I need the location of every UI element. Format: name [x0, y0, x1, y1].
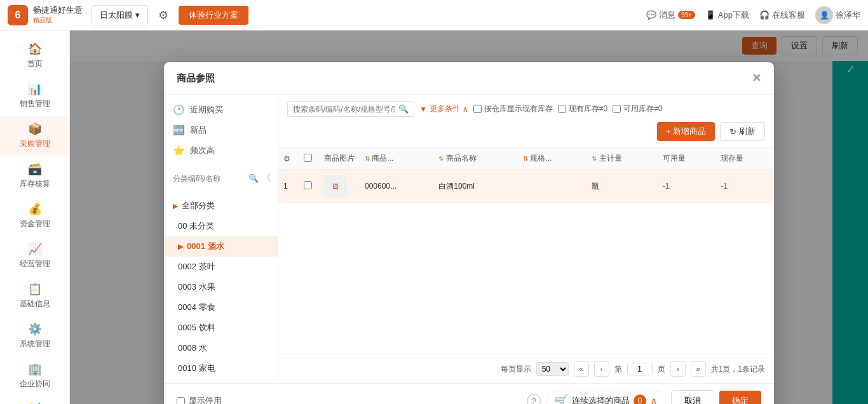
cart-area: 🛒 连续选择的商品 0 ∧	[546, 391, 666, 404]
td-unit: 瓶	[587, 170, 658, 203]
headset-icon: 🎧	[759, 10, 770, 20]
category-search-wrap: 🔍	[170, 171, 261, 185]
search-icon[interactable]: 🔍	[398, 104, 409, 114]
cancel-btn[interactable]: 取消	[671, 390, 714, 404]
refresh-btn[interactable]: ↻ 刷新	[720, 122, 765, 141]
th-code[interactable]: ⇅ 商品...	[360, 148, 433, 170]
modal-body: 🕐 近期购买 🆕 新品 ⭐ 频次高	[164, 95, 774, 383]
cart-count: 0	[634, 394, 646, 404]
sidebar-item-operations[interactable]: 📈 经营管理	[0, 236, 69, 276]
td-checkbox	[299, 170, 319, 203]
category-appliance[interactable]: 0010 家电	[164, 358, 278, 379]
category-all[interactable]: ▶ 全部分类	[164, 196, 278, 216]
filter-icon: ▼	[419, 105, 427, 114]
checkbox-usable-label[interactable]: 可用库存≠0	[613, 104, 662, 114]
last-page-btn[interactable]: »	[691, 361, 706, 377]
th-unit[interactable]: ⇅ 主计量	[587, 148, 658, 170]
table-row[interactable]: 1 🖼	[278, 170, 774, 203]
collapse-cart-btn[interactable]: ∧	[650, 395, 658, 405]
logo-area: 6 畅捷通好生意 精品版	[8, 5, 84, 25]
messages-item[interactable]: 💬 消息 99+	[646, 10, 695, 21]
product-thumbnail: 🖼	[324, 175, 347, 198]
mobile-icon: 📱	[705, 10, 715, 20]
checkbox-usable[interactable]	[613, 105, 621, 113]
app-download-item[interactable]: 📱 App下载	[705, 10, 749, 21]
sidebar-item-home[interactable]: 🏠 首页	[0, 36, 69, 76]
sidebar-item-inventory[interactable]: 🗃️ 库存核算	[0, 156, 69, 196]
product-search-input[interactable]	[293, 105, 395, 114]
sidebar: 🏠 首页 📊 销售管理 📦 采购管理 🗃️ 库存核算 💰 资金管理 📈 经营管理…	[0, 30, 70, 404]
sort-icon4: ⇅	[592, 155, 597, 162]
gear-icon[interactable]: ⚙	[156, 6, 171, 25]
td-available: -1	[658, 170, 716, 203]
search-input-wrap: 🔍	[287, 101, 414, 117]
sidebar-item-basic-info[interactable]: 📋 基础信息	[0, 276, 69, 316]
category-snack[interactable]: 0004 零食	[164, 297, 278, 318]
category-beverage[interactable]: 0005 饮料	[164, 318, 278, 338]
next-page-btn[interactable]: ›	[670, 361, 686, 377]
collapse-left-btn[interactable]: 《	[261, 172, 271, 185]
sidebar-item-guide[interactable]: 🔰 新手引导	[0, 396, 69, 404]
category-search-icon[interactable]: 🔍	[248, 173, 259, 183]
category-tea[interactable]: 0002 茶叶	[164, 257, 278, 277]
select-all-checkbox[interactable]	[304, 154, 312, 162]
checkbox-available[interactable]	[558, 105, 566, 113]
purchase-icon: 📦	[28, 122, 42, 136]
sidebar-item-purchase[interactable]: 📦 采购管理	[0, 116, 69, 156]
category-fruit[interactable]: 0003 水果	[164, 277, 278, 297]
category-water[interactable]: 0008 水	[164, 338, 278, 358]
sidebar-item-system[interactable]: ⚙️ 系统管理	[0, 316, 69, 356]
row-checkbox[interactable]	[304, 181, 312, 189]
sidebar-item-sales[interactable]: 📊 销售管理	[0, 76, 69, 116]
system-icon: ⚙️	[28, 322, 42, 336]
category-uncategorized[interactable]: 00 未分类	[164, 216, 278, 236]
message-icon: 💬	[646, 10, 656, 20]
inventory-icon: 🗃️	[28, 162, 42, 176]
nav-dropdown-store[interactable]: 日太阳膜 ▾	[92, 5, 148, 25]
confirm-btn[interactable]: 确定	[719, 391, 761, 404]
product-table: ⚙ 商品图片 ⇅	[278, 148, 774, 203]
help-icon[interactable]: ?	[527, 394, 541, 404]
th-image: 商品图片	[319, 148, 360, 170]
show-disabled-label[interactable]: 显示停用	[177, 395, 222, 404]
checkbox-available-label[interactable]: 现有库存≠0	[558, 104, 607, 114]
modal-title: 商品参照	[177, 72, 215, 84]
basic-info-icon: 📋	[28, 282, 42, 296]
clock-icon: 🕐	[173, 104, 185, 116]
active-arrow-icon: ▶	[178, 243, 183, 251]
th-name[interactable]: ⇅ 商品名称	[433, 148, 518, 170]
modal-right-panel: 🔍 ▼ 更多条件 ∧ 按仓库显示现有库存	[278, 95, 774, 383]
quick-item-new[interactable]: 🆕 新品	[164, 120, 278, 140]
modal-close-btn[interactable]: ✕	[752, 71, 761, 85]
show-disabled-checkbox[interactable]	[177, 397, 185, 405]
first-page-btn[interactable]: «	[574, 361, 589, 377]
add-product-btn[interactable]: + 新增商品	[657, 122, 715, 141]
cart-icon[interactable]: 🛒	[554, 394, 568, 404]
quick-item-recent[interactable]: 🕐 近期购买	[164, 100, 278, 120]
th-stock: 现存量	[715, 148, 774, 170]
online-service-item[interactable]: 🎧 在线客服	[759, 10, 805, 21]
prev-page-btn[interactable]: ‹	[594, 361, 609, 377]
sidebar-item-finance[interactable]: 💰 资金管理	[0, 196, 69, 236]
checkbox-warehouse[interactable]	[473, 105, 482, 113]
user-item[interactable]: 👤 徐泽华	[815, 6, 860, 24]
experience-btn[interactable]: 体验行业方案	[179, 6, 248, 25]
th-spec[interactable]: ⇅ 规格...	[518, 148, 587, 170]
page-number-input[interactable]	[627, 363, 653, 375]
td-name: 白酒100ml	[433, 170, 518, 203]
per-page-select[interactable]: 50 10 20 100	[536, 362, 569, 376]
category-search-input[interactable]	[173, 174, 245, 183]
refresh-icon: ↻	[729, 127, 736, 137]
category-liquor[interactable]: ▶ 0001 酒水	[164, 236, 278, 257]
filter-more-btn[interactable]: ▼ 更多条件 ∧	[419, 104, 468, 114]
sort-icon3: ⇅	[523, 155, 528, 162]
table-head: ⚙ 商品图片 ⇅	[278, 148, 774, 170]
content-area: ✕ ⤢ 查询 设置 刷新 商品参照 ✕	[70, 30, 868, 404]
avatar: 👤	[815, 6, 833, 24]
table-body: 1 🖼	[278, 170, 774, 203]
sidebar-item-enterprise[interactable]: 🏢 企业协同	[0, 356, 69, 396]
quick-item-frequent[interactable]: ⭐ 频次高	[164, 140, 278, 161]
home-icon: 🏠	[28, 42, 42, 56]
checkbox-warehouse-label[interactable]: 按仓库显示现有库存	[473, 104, 553, 114]
sort-icon2: ⇅	[438, 155, 444, 162]
